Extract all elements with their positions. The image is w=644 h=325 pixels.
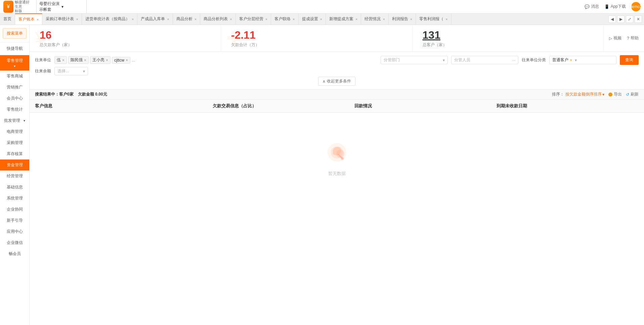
content-area: ¥ 16 总欠款客户（家） ✚ -2.11 欠款合计（万） 🏢 131 总客户（…	[30, 25, 644, 325]
collapse-button[interactable]: ∧ 收起更多条件	[318, 77, 355, 86]
app-download-button[interactable]: 📱 App下载	[604, 4, 626, 9]
sidebar-item-marketing[interactable]: 营销推广	[0, 82, 29, 93]
tab-close-icon[interactable]: ×	[132, 17, 134, 21]
tab-close-icon[interactable]: ×	[383, 17, 385, 21]
refresh-button[interactable]: ↺ 刷新	[626, 92, 639, 97]
sidebar-item-operations[interactable]: 经营管理	[0, 171, 29, 182]
tab-goods-analysis-list[interactable]: 商品分析列表 ×	[200, 13, 235, 25]
tab-close-icon[interactable]: ×	[37, 17, 39, 22]
sidebar-item-retail-stats[interactable]: 零售统计	[0, 104, 29, 115]
sidebar-item-enterprise[interactable]: 企业协同	[0, 204, 29, 215]
video-button[interactable]: ▷ 视频	[609, 35, 621, 41]
tab-close-icon[interactable]: ×	[355, 17, 357, 21]
stat-total-customers-value: 131	[423, 29, 594, 41]
sidebar-item-basic-info[interactable]: 基础信息	[0, 182, 29, 193]
tab-commission-settings[interactable]: 提成设置 ×	[299, 13, 326, 25]
tab-close-icon[interactable]: ×	[320, 17, 322, 21]
sort-selector[interactable]: 按欠款金额倒序排序 ▾	[565, 92, 604, 97]
sidebar: 搜索菜单 快捷导航 零售管理 ▾ 零售商城 营销推广 会员中心 零售统计 批发管…	[0, 25, 30, 325]
sidebar-item-wholesale[interactable]: 批发管理 ▾	[0, 115, 29, 126]
tab-customer-layer[interactable]: 客户分层经营 ×	[236, 13, 271, 25]
sidebar-item-retail-management[interactable]: 零售管理 ▾	[0, 55, 29, 71]
tab-close-icon[interactable]: ×	[410, 17, 412, 21]
balance-selector[interactable]: 选择... ▾	[54, 67, 88, 75]
query-button[interactable]: 查询	[620, 55, 639, 65]
tab-purchase-order[interactable]: 采购订单统计表 ×	[42, 13, 82, 25]
tab-retail-profit[interactable]: 零售利润报（ ×	[416, 13, 451, 25]
sidebar-item-guide[interactable]: 新手引导	[0, 215, 29, 226]
stat-total-credit-customers: ¥ 16 总欠款客户（家）	[30, 25, 221, 51]
search-menu-button[interactable]: 搜索菜单	[3, 28, 27, 39]
filter-row-1: 往来单位 伍 × 陈民强 × 王小亮 × cjttcw	[35, 55, 639, 65]
remove-tag-cjttcw[interactable]: ×	[126, 58, 128, 63]
remove-tag-chen[interactable]: ×	[84, 58, 86, 63]
workspace-selector[interactable]: 母婴行业演示帐套 ▾	[36, 0, 87, 14]
unit-tag-wu[interactable]: 伍 ×	[54, 56, 67, 64]
col-header-date: 到期未收款日期	[497, 103, 639, 109]
tab-close-icon[interactable]: ×	[230, 17, 232, 21]
category-label: 往来单位分类	[522, 57, 546, 63]
user-avatar[interactable]: demo2	[631, 2, 641, 11]
sidebar-item-membership[interactable]: 会员中心	[0, 93, 29, 104]
tab-close-all-button[interactable]: ✕	[635, 15, 642, 23]
tab-customer-contact[interactable]: 客户联络 ×	[271, 13, 298, 25]
tab-close-icon[interactable]: ×	[167, 17, 169, 21]
export-icon	[608, 93, 612, 97]
tab-customer-account[interactable]: 客户账本 ×	[15, 13, 42, 25]
sidebar-item-retail-mall[interactable]: 零售商城	[0, 71, 29, 82]
main-layout: 搜索菜单 快捷导航 零售管理 ▾ 零售商城 营销推广 会员中心 零售统计 批发管…	[0, 25, 644, 325]
tab-close-icon[interactable]: ×	[445, 17, 447, 21]
sidebar-item-system[interactable]: 系统管理	[0, 193, 29, 204]
person-selector[interactable]: 分管人员 ···	[451, 56, 518, 64]
tab-fullscreen-button[interactable]: ⤢	[626, 15, 633, 23]
stat-credit-total-value: -2.11	[231, 29, 402, 41]
remove-tag-wang[interactable]: ×	[106, 58, 108, 63]
tab-bar-actions: ◀ ▶ ⤢ ✕	[608, 15, 644, 23]
download-icon: 📱	[604, 4, 609, 9]
sidebar-item-app-center[interactable]: 应用中心	[0, 226, 29, 237]
svg-point-3	[341, 157, 344, 160]
tab-operations[interactable]: 经营情况 ×	[361, 13, 388, 25]
help-button[interactable]: ? 帮助	[627, 35, 639, 41]
filter-row-2: 往来余额 选择... ▾	[35, 67, 639, 75]
message-button[interactable]: 💬 消息	[585, 4, 599, 9]
remove-category-tag[interactable]: ×	[570, 58, 572, 63]
remove-tag-wu[interactable]: ×	[62, 58, 65, 63]
tab-prev-button[interactable]: ◀	[608, 15, 616, 23]
results-summary: 搜索结果中：客户0家 欠款金额 0.00元	[35, 92, 552, 97]
quick-nav-button[interactable]: 快捷导航	[0, 42, 29, 55]
tab-close-icon[interactable]: ×	[76, 17, 78, 21]
unit-filter-tags: 伍 × 陈民强 × 王小亮 × cjttcw × ...	[54, 56, 377, 64]
sidebar-item-finance[interactable]: 资金管理	[0, 159, 29, 171]
tab-add-commission[interactable]: 新增提成方案 ×	[326, 13, 361, 25]
tab-home[interactable]: 首页	[0, 13, 15, 25]
tab-product-stock[interactable]: 产成品入库单 ×	[137, 13, 173, 25]
tab-goods-stats[interactable]: 进货单统计表（按商品） ×	[82, 13, 137, 25]
dept-selector[interactable]: 分管部门 ▾	[381, 56, 448, 64]
tab-next-button[interactable]: ▶	[617, 15, 625, 23]
chevron-down-icon: ▾	[575, 58, 577, 63]
results-bar: 搜索结果中：客户0家 欠款金额 0.00元 排序： 按欠款金额倒序排序 ▾ 导出	[30, 89, 644, 100]
sidebar-item-wechat[interactable]: 企业微信	[0, 237, 29, 248]
chevron-down-icon: ▾	[602, 92, 604, 97]
logo-text: 畅捷通好生意 标版	[15, 0, 33, 13]
export-button[interactable]: 导出	[608, 92, 622, 97]
unit-tag-cjttcw[interactable]: cjttcw ×	[112, 57, 130, 64]
chevron-down-icon: ▾	[14, 64, 15, 68]
tab-goods-analysis[interactable]: 商品分析 ×	[173, 13, 200, 25]
unit-more-button[interactable]: ...	[132, 58, 135, 63]
sidebar-item-member[interactable]: 畅会员	[0, 248, 29, 259]
unit-tag-wang[interactable]: 王小亮 ×	[90, 56, 111, 64]
unit-tag-chen[interactable]: 陈民强 ×	[68, 56, 89, 64]
tab-close-icon[interactable]: ×	[195, 17, 197, 21]
tab-close-icon[interactable]: ×	[265, 17, 267, 21]
empty-text: 暂无数据	[328, 171, 346, 177]
tab-close-icon[interactable]: ×	[293, 17, 295, 21]
sidebar-item-purchase[interactable]: 采购管理	[0, 137, 29, 148]
unit-filter-label: 往来单位	[35, 57, 51, 63]
table-header: 客户信息 欠款交易信息（占比） 回款情况 到期未收款日期	[30, 100, 644, 113]
sidebar-item-ecommerce[interactable]: 电商管理	[0, 126, 29, 137]
tab-profit-report[interactable]: 利润报告 ×	[389, 13, 416, 25]
category-selector[interactable]: 普通客户 × ▾	[549, 56, 616, 64]
sidebar-item-inventory[interactable]: 库存核算	[0, 148, 29, 159]
